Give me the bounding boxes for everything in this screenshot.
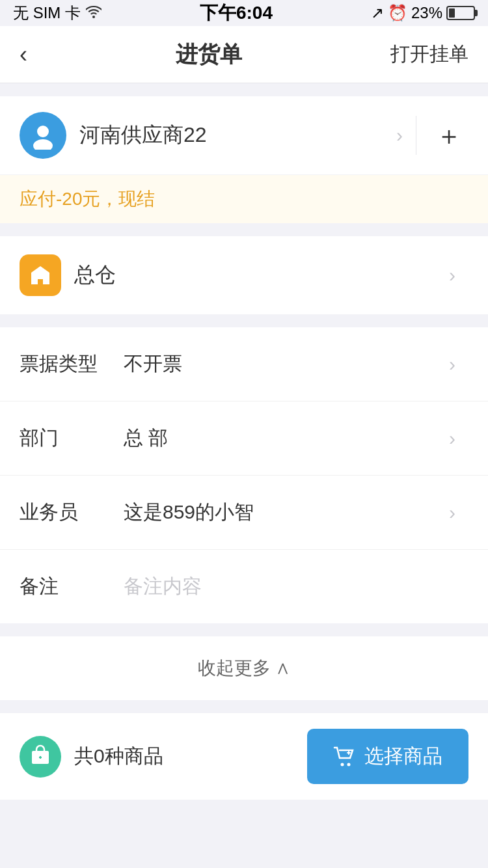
notice-row: 应付-20元，现结 (0, 175, 488, 223)
salesperson-row[interactable]: 业务员 这是859的小智 › (0, 476, 488, 550)
battery-percent: 23% (411, 4, 442, 22)
product-count: 共0种商品 (74, 743, 294, 770)
alarm-icon: ⏰ (388, 4, 407, 22)
department-label: 部门 (20, 425, 104, 452)
page-title: 进货单 (176, 40, 242, 70)
open-pending-button[interactable]: 打开挂单 (390, 41, 468, 68)
supplier-name[interactable]: 河南供应商22 (79, 121, 396, 150)
separator (416, 116, 416, 155)
department-value: 总 部 (104, 425, 449, 452)
svg-point-4 (347, 763, 351, 766)
salesperson-label: 业务员 (20, 499, 104, 526)
svg-point-0 (37, 126, 49, 137)
invoice-type-chevron-icon: › (449, 353, 455, 375)
warehouse-icon (20, 254, 61, 296)
gap-1 (0, 83, 488, 96)
svg-point-1 (33, 139, 53, 150)
invoice-type-label: 票据类型 (20, 351, 104, 377)
battery-icon (446, 6, 475, 20)
department-row[interactable]: 部门 总 部 › (0, 401, 488, 476)
back-button[interactable]: ‹ (20, 41, 27, 68)
status-left: 无 SIM 卡 (13, 3, 102, 23)
supplier-chevron-icon: › (396, 124, 403, 146)
salesperson-value: 这是859的小智 (104, 499, 449, 526)
add-supplier-button[interactable]: ＋ (429, 118, 468, 154)
status-bar: 无 SIM 卡 下午6:04 ↗ ⏰ 23% (0, 0, 488, 26)
nav-bar: ‹ 进货单 打开挂单 (0, 26, 488, 83)
carrier-label: 无 SIM 卡 (13, 3, 81, 23)
select-product-label: 选择商品 (364, 743, 442, 770)
form-section: 票据类型 不开票 › 部门 总 部 › 业务员 这是859的小智 › 备注 备注… (0, 327, 488, 623)
status-right: ↗ ⏰ 23% (371, 4, 475, 22)
svg-point-3 (341, 763, 344, 766)
invoice-type-value: 不开票 (104, 351, 449, 377)
salesperson-chevron-icon: › (449, 502, 455, 524)
warehouse-section[interactable]: 总仓 › (0, 236, 488, 314)
product-icon (20, 736, 61, 778)
select-product-button[interactable]: 选择商品 (307, 729, 468, 784)
collapse-row[interactable]: 收起更多 ∧ (0, 636, 488, 700)
warehouse-chevron-icon: › (449, 264, 455, 286)
collapse-label: 收起更多 ∧ (198, 656, 291, 681)
supplier-avatar (20, 112, 66, 159)
warehouse-name: 总仓 (74, 261, 449, 290)
remark-row[interactable]: 备注 备注内容 (0, 550, 488, 623)
status-time: 下午6:04 (200, 1, 273, 25)
invoice-type-row[interactable]: 票据类型 不开票 › (0, 327, 488, 401)
supplier-section: 河南供应商22 › ＋ (0, 96, 488, 175)
department-chevron-icon: › (449, 427, 455, 450)
notice-text: 应付-20元，现结 (20, 189, 155, 209)
remark-label: 备注 (20, 573, 104, 600)
location-icon: ↗ (371, 4, 384, 22)
cart-icon (333, 746, 357, 767)
wifi-icon (86, 4, 102, 22)
bottom-bar: 共0种商品 选择商品 (0, 713, 488, 800)
remark-placeholder[interactable]: 备注内容 (104, 573, 468, 600)
